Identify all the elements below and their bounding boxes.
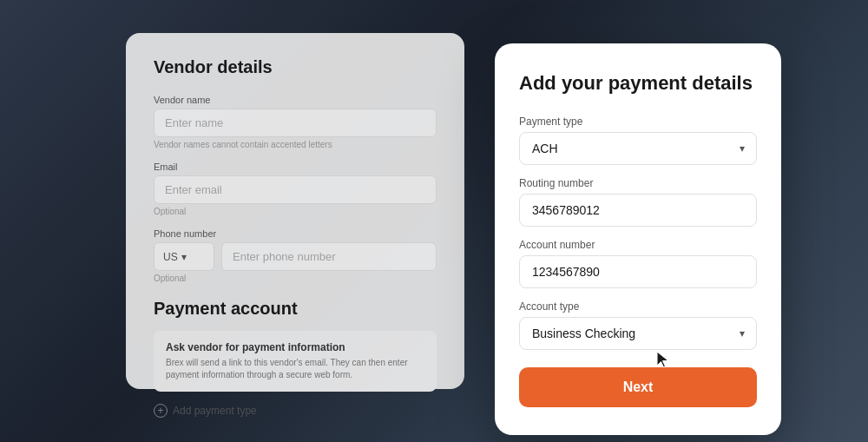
phone-placeholder-text: Enter phone number	[221, 242, 437, 271]
payment-type-label: Payment type	[519, 115, 757, 128]
account-type-select[interactable]: Business CheckingPersonal CheckingSaving…	[519, 317, 757, 350]
ask-vendor-title: Ask vendor for payment information	[166, 341, 424, 353]
account-type-label: Account type	[519, 300, 757, 313]
chevron-down-icon: ▾	[181, 251, 187, 263]
account-type-group: Account type Business CheckingPersonal C…	[519, 300, 757, 350]
vendor-name-hint: Vendor names cannot contain accented let…	[154, 140, 437, 149]
modal-title: Add your payment details	[519, 71, 757, 96]
payment-type-select-wrapper[interactable]: ACHWireCheck ▾	[519, 132, 757, 165]
routing-number-group: Routing number	[519, 177, 757, 227]
phone-label: Phone number	[154, 228, 437, 239]
account-number-label: Account number	[519, 239, 757, 251]
account-type-select-wrapper[interactable]: Business CheckingPersonal CheckingSaving…	[519, 317, 757, 350]
routing-number-input[interactable]	[519, 194, 757, 227]
add-payment-label: Add payment type	[173, 405, 257, 417]
email-group: Email Enter email Optional	[154, 162, 437, 216]
phone-group: Phone number US ▾ Enter phone number Opt…	[154, 228, 437, 283]
payment-account-title: Payment account	[154, 299, 437, 319]
payment-details-modal: Add your payment details Payment type AC…	[495, 43, 781, 435]
ask-vendor-box: Ask vendor for payment information Brex …	[154, 331, 437, 392]
vendor-name-group: Vendor name Enter name Vendor names cann…	[154, 95, 437, 149]
add-payment-row[interactable]: + Add payment type	[154, 400, 437, 421]
add-icon: +	[154, 404, 168, 418]
email-placeholder-text: Enter email	[154, 175, 437, 204]
vendor-details-title: Vendor details	[154, 57, 437, 77]
phone-country-select: US ▾	[154, 242, 214, 271]
routing-number-label: Routing number	[519, 177, 757, 189]
account-number-input[interactable]	[519, 255, 757, 288]
payment-account-section: Payment account Ask vendor for payment i…	[154, 299, 437, 421]
email-label: Email	[154, 162, 437, 172]
email-hint: Optional	[154, 207, 437, 216]
account-number-group: Account number	[519, 239, 757, 288]
vendor-name-label: Vendor name	[154, 95, 437, 105]
next-button[interactable]: Next	[519, 367, 757, 407]
payment-type-select[interactable]: ACHWireCheck	[519, 132, 757, 165]
payment-type-group: Payment type ACHWireCheck ▾	[519, 115, 757, 165]
vendor-details-card: Vendor details Vendor name Enter name Ve…	[126, 33, 464, 389]
ask-vendor-desc: Brex will send a link to this vendor's e…	[166, 357, 424, 381]
vendor-name-placeholder-text: Enter name	[154, 109, 437, 137]
phone-hint: Optional	[154, 274, 437, 283]
